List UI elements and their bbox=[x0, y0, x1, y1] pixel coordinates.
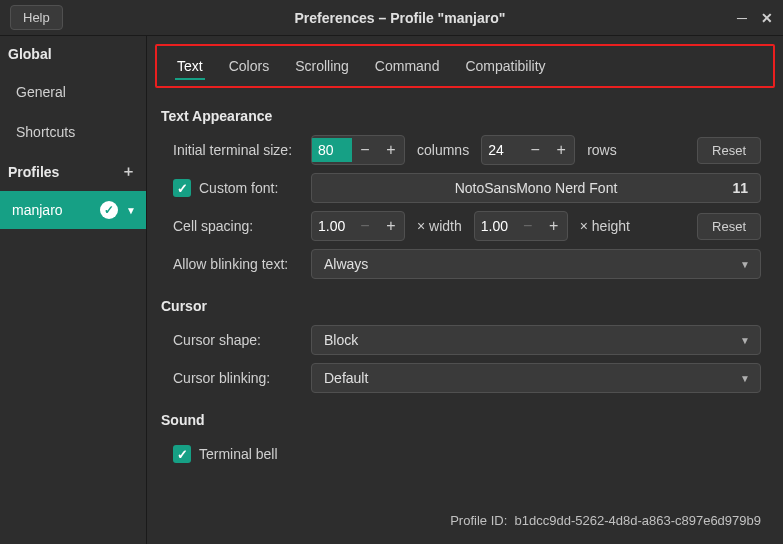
sidebar-header-global: Global bbox=[0, 36, 146, 72]
cell-width-plus-icon[interactable]: + bbox=[378, 212, 404, 240]
profile-id-label: Profile ID: bbox=[450, 513, 507, 528]
cursor-shape-dropdown[interactable]: Block ▼ bbox=[311, 325, 761, 355]
width-unit: × width bbox=[417, 218, 462, 234]
tab-compatibility[interactable]: Compatibility bbox=[463, 54, 547, 78]
terminal-bell-checkbox[interactable]: ✓ bbox=[173, 445, 191, 463]
sidebar-item-shortcuts[interactable]: Shortcuts bbox=[0, 112, 146, 152]
help-button[interactable]: Help bbox=[10, 5, 63, 30]
tab-colors[interactable]: Colors bbox=[227, 54, 271, 78]
cell-height-minus-icon: − bbox=[515, 212, 541, 240]
rows-minus-icon[interactable]: − bbox=[522, 136, 548, 164]
cell-width-stepper[interactable]: − + bbox=[311, 211, 405, 241]
cursor-blinking-dropdown[interactable]: Default ▼ bbox=[311, 363, 761, 393]
section-text-appearance: Text Appearance bbox=[161, 108, 761, 124]
columns-input[interactable] bbox=[312, 138, 352, 162]
window-controls: ─ ✕ bbox=[737, 10, 773, 26]
font-size-value: 11 bbox=[732, 180, 748, 196]
cell-width-minus-icon: − bbox=[352, 212, 378, 240]
custom-font-label: Custom font: bbox=[199, 180, 278, 196]
tabs-highlight-box: Text Colors Scrolling Command Compatibil… bbox=[155, 44, 775, 88]
chevron-down-icon[interactable]: ▼ bbox=[126, 205, 136, 216]
cell-spacing-label: Cell spacing: bbox=[161, 218, 311, 234]
allow-blinking-dropdown[interactable]: Always ▼ bbox=[311, 249, 761, 279]
rows-stepper[interactable]: − + bbox=[481, 135, 575, 165]
tab-scrolling[interactable]: Scrolling bbox=[293, 54, 351, 78]
reset-spacing-button[interactable]: Reset bbox=[697, 213, 761, 240]
sidebar-header-profiles: Profiles ＋ bbox=[0, 152, 146, 191]
rows-plus-icon[interactable]: + bbox=[548, 136, 574, 164]
window-title: Preferences – Profile "manjaro" bbox=[63, 10, 737, 26]
cell-height-stepper[interactable]: − + bbox=[474, 211, 568, 241]
sidebar: Global General Shortcuts Profiles ＋ manj… bbox=[0, 36, 147, 544]
columns-stepper[interactable]: − + bbox=[311, 135, 405, 165]
cell-width-input[interactable] bbox=[312, 214, 352, 238]
titlebar: Help Preferences – Profile "manjaro" ─ ✕ bbox=[0, 0, 783, 36]
columns-unit: columns bbox=[417, 142, 469, 158]
tab-command[interactable]: Command bbox=[373, 54, 442, 78]
sidebar-item-general[interactable]: General bbox=[0, 72, 146, 112]
add-profile-icon[interactable]: ＋ bbox=[121, 162, 136, 181]
tab-text[interactable]: Text bbox=[175, 54, 205, 78]
initial-size-label: Initial terminal size: bbox=[161, 142, 311, 158]
cursor-blinking-label: Cursor blinking: bbox=[161, 370, 311, 386]
close-button[interactable]: ✕ bbox=[761, 10, 773, 26]
reset-size-button[interactable]: Reset bbox=[697, 137, 761, 164]
cell-height-plus-icon[interactable]: + bbox=[541, 212, 567, 240]
profile-id-footer: Profile ID: b1dcc9dd-5262-4d8d-a863-c897… bbox=[147, 513, 783, 544]
profile-default-icon: ✓ bbox=[100, 201, 118, 219]
section-sound: Sound bbox=[161, 412, 761, 428]
rows-input[interactable] bbox=[482, 138, 522, 162]
custom-font-checkbox[interactable]: ✓ bbox=[173, 179, 191, 197]
allow-blinking-label: Allow blinking text: bbox=[161, 256, 311, 272]
chevron-down-icon: ▼ bbox=[740, 373, 750, 384]
columns-plus-icon[interactable]: + bbox=[378, 136, 404, 164]
rows-unit: rows bbox=[587, 142, 617, 158]
chevron-down-icon: ▼ bbox=[740, 259, 750, 270]
font-name: NotoSansMono Nerd Font bbox=[324, 180, 748, 196]
section-cursor: Cursor bbox=[161, 298, 761, 314]
sidebar-item-manjaro[interactable]: manjaro ✓ ▼ bbox=[0, 191, 146, 229]
columns-minus-icon[interactable]: − bbox=[352, 136, 378, 164]
minimize-button[interactable]: ─ bbox=[737, 10, 747, 26]
font-picker-button[interactable]: NotoSansMono Nerd Font 11 bbox=[311, 173, 761, 203]
height-unit: × height bbox=[580, 218, 630, 234]
profile-id-value: b1dcc9dd-5262-4d8d-a863-c897e6d979b9 bbox=[515, 513, 762, 528]
cursor-shape-label: Cursor shape: bbox=[161, 332, 311, 348]
chevron-down-icon: ▼ bbox=[740, 335, 750, 346]
terminal-bell-label: Terminal bell bbox=[199, 446, 278, 462]
cell-height-input[interactable] bbox=[475, 214, 515, 238]
